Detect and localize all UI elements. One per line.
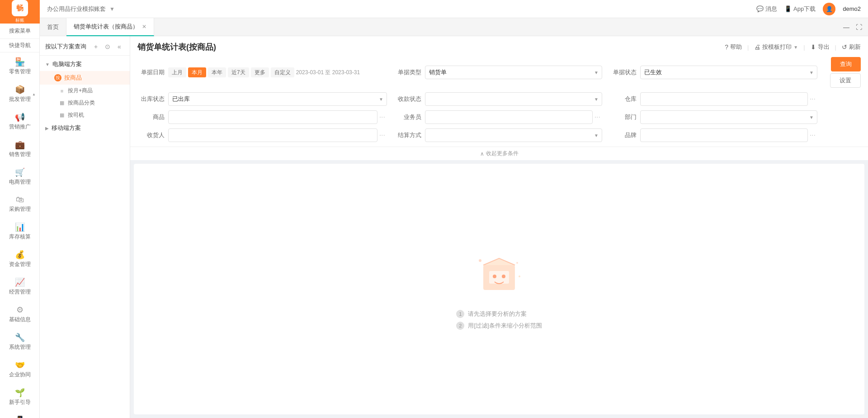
empty-illustration xyxy=(472,245,526,299)
date-tag-custom[interactable]: 自定义 xyxy=(271,67,294,77)
query-button[interactable]: 查询 xyxy=(831,57,861,71)
staff-dots[interactable]: ··· xyxy=(594,113,600,121)
export-btn[interactable]: ⬇ 导出 xyxy=(811,43,830,51)
settlement-input[interactable] xyxy=(425,128,602,142)
enterprise-label: 企业协同 xyxy=(9,371,31,379)
tab-stats[interactable]: 销货单统计表（按商品） ✕ xyxy=(66,18,154,36)
date-tag-7days[interactable]: 近7天 xyxy=(228,67,249,77)
tree-child-by-category[interactable]: ▦ 按商品分类 xyxy=(40,97,130,109)
goods-dots[interactable]: ··· xyxy=(379,113,385,121)
out-status-input[interactable]: 已出库 xyxy=(168,92,387,106)
tab-home[interactable]: 首页 xyxy=(40,18,66,36)
settings-button[interactable]: 设置 xyxy=(830,73,861,88)
sidebar-item-marketing[interactable]: 📢 营销推广 xyxy=(0,108,39,135)
tree-child-month-label: 按月+商品 xyxy=(68,87,93,95)
maximize-btn[interactable]: ⛶ xyxy=(854,22,864,33)
user-avatar[interactable]: 👤 xyxy=(823,3,835,15)
brand-input[interactable] xyxy=(640,128,808,142)
tree-parent-desktop[interactable]: ▼ 电脑端方案 xyxy=(40,57,130,71)
header-dropdown-icon[interactable]: ▼ xyxy=(109,6,115,12)
sidebar-item-newbie[interactable]: 🌱 新手引导 xyxy=(0,383,39,411)
date-tag-more[interactable]: 更多 xyxy=(251,67,269,77)
sidebar: 畅 标账 搜索菜单 快捷导航 🏪 零售管理 📦 批发管理 📢 营销推广 💼 销售… xyxy=(0,0,40,418)
sidebar-item-purchase[interactable]: 🛍 采购管理 xyxy=(0,190,39,218)
sidebar-search[interactable]: 搜索菜单 xyxy=(0,24,39,39)
refresh-btn[interactable]: ↺ 刷新 xyxy=(842,43,861,51)
help-label: 帮助 xyxy=(730,43,742,51)
warehouse-label: 仓库 xyxy=(609,95,637,103)
receiver-input[interactable] xyxy=(168,128,377,142)
top-header: 办公用品行业模拟账套 ▼ 💬 消息 📱 App下载 👤 demo2 xyxy=(40,0,868,18)
tree-child-by-goods[interactable]: 按 按商品 xyxy=(40,71,130,85)
filter-receiver: 收货人 ··· xyxy=(137,128,387,142)
receiver-dots[interactable]: ··· xyxy=(379,131,385,139)
dept-input[interactable] xyxy=(640,110,817,124)
print-dropdown-icon: ▼ xyxy=(793,45,798,50)
doc-type-input[interactable]: 销货单 xyxy=(425,66,602,79)
collapse-btn[interactable]: ∧ 收起更多条件 xyxy=(480,150,519,157)
filter-dept: 部门 ▼ xyxy=(609,110,817,124)
filter-payment-status: 收款状态 ▼ xyxy=(394,92,602,106)
message-icon: 💬 xyxy=(756,5,764,12)
tab-close-icon[interactable]: ✕ xyxy=(142,24,146,30)
payment-status-select-wrap: ▼ xyxy=(425,92,602,106)
sidebar-item-basic[interactable]: ⚙ 基础信息 xyxy=(0,300,39,328)
app-logo: 畅 标账 xyxy=(0,0,40,24)
edit-scheme-btn[interactable]: ⊙ xyxy=(103,42,113,52)
sidebar-item-system[interactable]: 🔧 系统管理 xyxy=(0,328,39,356)
date-tag-last-month[interactable]: 上月 xyxy=(168,67,186,77)
message-btn[interactable]: 💬 消息 xyxy=(756,5,777,13)
enterprise-icon: 🤝 xyxy=(15,360,25,370)
sidebar-item-wholesale[interactable]: 📦 批发管理 xyxy=(0,80,39,108)
retail-icon: 🏪 xyxy=(15,57,25,67)
sidebar-item-operations[interactable]: 📈 经营管理 xyxy=(0,273,39,300)
help-btn[interactable]: ? 帮助 xyxy=(725,43,742,51)
collapse-row[interactable]: ∧ 收起更多条件 xyxy=(130,147,868,160)
date-tag-this-year[interactable]: 本年 xyxy=(208,67,226,77)
tab-home-label: 首页 xyxy=(47,23,59,31)
sidebar-item-finance[interactable]: 💰 资金管理 xyxy=(0,245,39,273)
marketing-icon: 📢 xyxy=(15,112,25,122)
staff-input[interactable] xyxy=(425,110,593,124)
app-download-label: App下载 xyxy=(793,5,816,13)
warehouse-select-wrap: ··· xyxy=(640,92,817,106)
collapse-panel-btn[interactable]: « xyxy=(114,42,124,52)
right-panel: 销货单统计表(按商品) ? 帮助 | 🖨 按模板打印 ▼ | ⬇ xyxy=(130,36,868,418)
edit-icon: ⊙ xyxy=(105,43,110,50)
sidebar-item-enterprise[interactable]: 🤝 企业协同 xyxy=(0,356,39,383)
payment-status-input[interactable] xyxy=(425,92,602,106)
sidebar-item-appcenter[interactable]: 📱 应用中心 xyxy=(0,411,39,418)
export-label: 导出 xyxy=(818,43,830,51)
expand-arrow-desktop: ▼ xyxy=(45,62,50,67)
inventory-label: 库存核算 xyxy=(9,233,31,241)
date-tag-this-month[interactable]: 本月 xyxy=(188,67,206,77)
sub-icon-3: ▦ xyxy=(59,112,65,119)
wholesale-icon: 📦 xyxy=(15,85,25,95)
minimize-btn[interactable]: — xyxy=(841,22,852,33)
collapse-icon: « xyxy=(118,43,121,50)
add-scheme-btn[interactable]: + xyxy=(91,42,101,52)
sidebar-item-retail[interactable]: 🏪 零售管理 xyxy=(0,52,39,80)
tree-parent-mobile[interactable]: ▶ 移动端方案 xyxy=(40,121,130,135)
warehouse-dots[interactable]: ··· xyxy=(810,95,816,103)
tree-child-by-month-goods[interactable]: ≡ 按月+商品 xyxy=(40,85,130,97)
sidebar-item-inventory[interactable]: 📊 库存核算 xyxy=(0,218,39,245)
receiver-label: 收货人 xyxy=(137,131,165,139)
active-scheme-icon: 按 xyxy=(54,74,61,81)
tree-child-by-driver[interactable]: ▦ 按司机 xyxy=(40,109,130,121)
print-btn[interactable]: 🖨 按模板打印 ▼ xyxy=(754,43,798,51)
empty-step-2: 2 用[过滤]条件来缩小分析范围 xyxy=(456,322,542,330)
empty-state: 1 请先选择要分析的方案 2 用[过滤]条件来缩小分析范围 xyxy=(134,164,864,414)
brand-dots[interactable]: ··· xyxy=(810,131,816,139)
sidebar-item-ecommerce[interactable]: 🛒 电商管理 xyxy=(0,163,39,190)
purchase-label: 采购管理 xyxy=(9,205,31,213)
date-filter-controls: 上月 本月 本年 近7天 更多 自定义 2023-03-01 至 2023-03… xyxy=(168,67,387,77)
sidebar-quick-nav[interactable]: 快捷导航 xyxy=(0,39,39,52)
tree-child-by-goods-label: 按商品 xyxy=(64,74,82,82)
staff-label: 业务员 xyxy=(394,113,421,121)
warehouse-input[interactable] xyxy=(640,92,808,106)
sidebar-item-sales[interactable]: 💼 销售管理 xyxy=(0,135,39,163)
goods-input[interactable] xyxy=(168,110,377,124)
app-download-btn[interactable]: 📱 App下载 xyxy=(784,5,816,13)
doc-status-input[interactable]: 已生效 xyxy=(640,66,817,79)
